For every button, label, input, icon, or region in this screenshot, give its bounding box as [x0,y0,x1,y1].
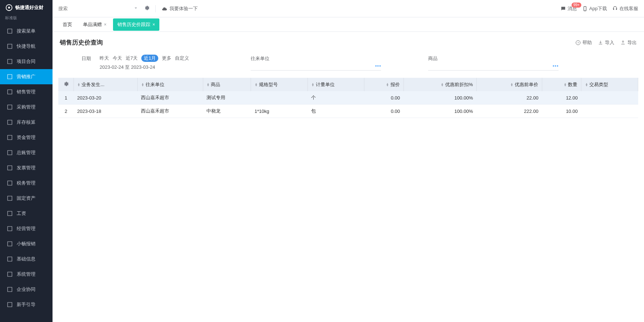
target-icon [7,89,13,95]
tab-1[interactable]: 单品满赠× [79,18,111,31]
table-cell: 2023-03-20 [74,91,137,105]
filter-date: 日期 昨天今天近7天近1月更多自定义 2023-02-24 至 2023-03-… [81,55,189,71]
sort-icon[interactable]: ▲▼ [585,83,588,86]
document-icon [7,58,13,65]
app-download-link[interactable]: App下载 [582,5,607,12]
date-option[interactable]: 近7天 [126,55,138,62]
table-header[interactable]: ▲▼业务发生... [74,78,137,91]
sidebar-item-2[interactable]: 项目合同 [0,54,53,69]
sidebar-item-10[interactable]: 税务管理 [0,175,53,191]
search-input[interactable] [58,6,131,11]
product-picker-icon[interactable]: ••• [553,63,559,69]
bag-icon [7,104,13,110]
gear-icon[interactable] [144,5,150,12]
date-option[interactable]: 自定义 [175,55,189,62]
table-cell: 222.00 [477,105,542,118]
close-icon[interactable]: × [104,22,106,27]
tabs-row: 首页单品满赠×销售历史价跟踪× [53,17,644,32]
table-header[interactable]: ▲▼优惠前折扣% [403,78,477,91]
sidebar-item-1[interactable]: 快捷导航 [0,39,53,54]
partner-input[interactable] [251,63,381,69]
sidebar-item-label: 基础信息 [17,256,35,262]
filter-partner: 往来单位 ••• [251,55,381,71]
sort-icon[interactable]: ▲▼ [255,83,258,86]
date-option[interactable]: 近1月 [141,55,158,62]
sidebar-item-0[interactable]: 搜索菜单 [0,24,53,39]
table-header[interactable]: ▲▼往来单位 [137,78,203,91]
messages-link[interactable]: 消息 99+ [560,5,577,12]
history-table: ▲▼业务发生...▲▼往来单位▲▼商品▲▼规格型号▲▼计量单位▲▼报价▲▼优惠前… [58,78,638,118]
sort-icon[interactable]: ▲▼ [141,83,144,86]
table-header[interactable]: ▲▼计量单位 [308,78,364,91]
salary-icon [7,210,13,217]
tab-0[interactable]: 首页 [58,18,76,31]
sidebar-item-label: 营销推广 [17,73,35,80]
sidebar-item-17[interactable]: 企业协同 [0,282,53,297]
top-actions: 消息 99+ App下载 在线客服 [560,5,638,12]
table-cell: 包 [308,105,364,118]
sidebar-item-12[interactable]: 工资 [0,206,53,221]
table-header[interactable]: ▲▼规格型号 [251,78,308,91]
table-header[interactable]: ▲▼交易类型 [581,78,638,91]
sidebar-item-18[interactable]: 新手引导 [0,297,53,312]
sort-icon[interactable]: ▲▼ [510,83,513,86]
date-options: 昨天今天近7天近1月更多自定义 [100,55,189,62]
sidebar-item-5[interactable]: 采购管理 [0,99,53,115]
sidebar-item-7[interactable]: 资金管理 [0,130,53,145]
table-cell [251,91,308,105]
sidebar-item-8[interactable]: 总账管理 [0,145,53,160]
experience-link[interactable]: 我要体验一下 [162,5,198,12]
tab-label: 单品满赠 [83,21,102,28]
date-option[interactable]: 今天 [113,55,122,62]
main-area: 我要体验一下 消息 99+ App下载 在线客服 首页单品满 [53,0,644,322]
table-row[interactable]: 22023-03-18西山嘉禾超市中桡龙1*10kg包0.00100.00%22… [58,105,638,118]
sort-icon[interactable]: ▲▼ [441,83,444,86]
brand-edition: 标准版 [0,15,53,24]
sort-icon[interactable]: ▲▼ [78,83,80,86]
experience-label: 我要体验一下 [170,5,198,12]
sidebar-item-label: 新手引导 [17,301,35,308]
product-input-wrap: ••• [428,63,559,71]
product-input[interactable] [428,63,559,69]
sidebar-item-16[interactable]: 系统管理 [0,267,53,282]
home-icon [7,43,13,50]
sidebar-item-3[interactable]: 营销推广 [0,69,53,84]
biz-icon [7,225,13,232]
content: 销售历史价查询 ? 帮助 导入 导出 [53,32,644,322]
export-button[interactable]: 导出 [620,39,637,46]
brand-logo: 畅捷通好业财 [0,0,53,15]
tab-label: 首页 [63,21,72,28]
sidebar-item-14[interactable]: 小畅报销 [0,236,53,251]
sidebar-item-15[interactable]: 基础信息 [0,251,53,267]
tab-2[interactable]: 销售历史价跟踪× [113,18,159,31]
sidebar-item-6[interactable]: 库存核算 [0,115,53,130]
sidebar-item-9[interactable]: 发票管理 [0,160,53,175]
chevron-down-icon[interactable] [133,5,139,12]
customer-service-link[interactable]: 在线客服 [612,5,638,12]
table-header[interactable]: ▲▼数量 [542,78,581,91]
sort-icon[interactable]: ▲▼ [207,83,210,86]
table-cell: 10.00 [542,105,581,118]
topbar: 我要体验一下 消息 99+ App下载 在线客服 [53,0,644,17]
sidebar-item-label: 采购管理 [17,104,35,110]
sort-icon[interactable]: ▲▼ [386,83,389,86]
guide-icon [7,301,13,308]
sidebar-item-label: 系统管理 [17,271,35,277]
sidebar-item-11[interactable]: 固定资产 [0,191,53,206]
date-option[interactable]: 更多 [162,55,171,62]
table-cell: 0.00 [364,105,404,118]
table-header[interactable]: ▲▼商品 [203,78,251,91]
help-button[interactable]: ? 帮助 [575,39,592,46]
partner-picker-icon[interactable]: ••• [375,63,381,69]
sidebar-item-13[interactable]: 经营管理 [0,221,53,236]
sort-icon[interactable]: ▲▼ [311,83,314,86]
sort-icon[interactable]: ▲▼ [564,83,567,86]
close-icon[interactable]: × [152,22,155,27]
sidebar-item-4[interactable]: 销售管理 [0,84,53,99]
import-button[interactable]: 导入 [598,39,614,46]
date-option[interactable]: 昨天 [100,55,109,62]
table-settings-header[interactable] [58,78,74,91]
table-row[interactable]: 12023-03-20西山嘉禾超市测试专用个0.00100.00%22.0012… [58,91,638,105]
table-header[interactable]: ▲▼优惠前单价 [477,78,542,91]
table-header[interactable]: ▲▼报价 [364,78,404,91]
